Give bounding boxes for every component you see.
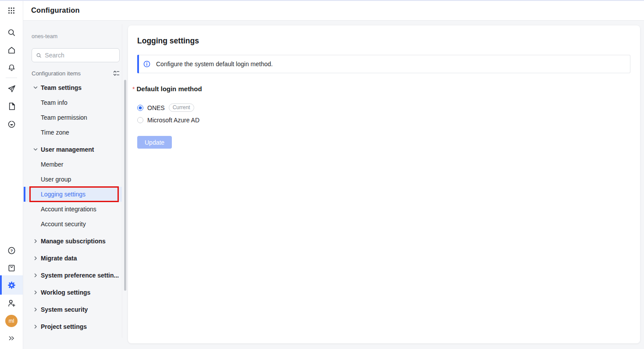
icon-rail: ? m (0, 0, 23, 349)
field-label-row: * Default login method (132, 85, 202, 93)
tree-group-user-management[interactable]: User management (24, 142, 122, 157)
required-marker: * (132, 85, 135, 93)
tree-label: Migrate data (41, 255, 77, 262)
window-top-accent (0, 0, 644, 1)
tree-item-logging-settings[interactable]: Logging settings (24, 187, 122, 202)
invite-member-icon[interactable] (0, 294, 23, 312)
chevron-down-icon (33, 85, 38, 90)
expand-rail-icon[interactable] (0, 329, 23, 347)
help-icon[interactable]: ? (0, 242, 23, 259)
sidebar-search[interactable] (32, 48, 120, 62)
chevron-right-icon (33, 256, 38, 261)
svg-text:?: ? (10, 248, 13, 253)
info-banner: Configure the system default login metho… (137, 55, 630, 73)
update-button[interactable]: Update (137, 136, 172, 149)
tree-group-worklog-settings[interactable]: Worklog settings (24, 285, 122, 300)
top-header: Configuration (23, 0, 644, 21)
tree-label: System security (41, 306, 88, 313)
tree-label: Team settings (41, 84, 82, 91)
tree-label: Manage subscriptions (41, 238, 106, 245)
tree-item-team-permission[interactable]: Team permission (24, 110, 122, 125)
option-label: Microsoft Azure AD (147, 117, 199, 124)
tree-item-account-integrations[interactable]: Account integrations (24, 202, 122, 217)
tree-group-migrate-data[interactable]: Migrate data (24, 251, 122, 266)
sidebar-divider (122, 24, 122, 338)
tree-label: Project settings (41, 323, 87, 330)
tree-group-system-security[interactable]: System security (24, 302, 122, 317)
tree-item-account-security[interactable]: Account security (24, 217, 122, 231)
radio-option-ones[interactable]: ONES Current (137, 103, 194, 112)
notifications-icon[interactable] (0, 59, 23, 76)
export-file-icon[interactable] (0, 97, 23, 115)
avatar[interactable]: ml (5, 315, 18, 327)
tree-item-team-info[interactable]: Team info (24, 95, 122, 110)
section-title: Configuration items (32, 70, 81, 77)
tree-label: Team permission (41, 114, 87, 121)
tree-item-user-group[interactable]: User group (24, 172, 122, 187)
tree-label: Logging settings (41, 191, 85, 198)
field-label: Default login method (136, 85, 202, 93)
tree-group-manage-subscriptions[interactable]: Manage subscriptions (24, 234, 122, 249)
tree-label: Account integrations (41, 206, 96, 213)
search-icon[interactable] (0, 24, 23, 41)
tree-label: User group (41, 176, 71, 183)
search-icon (36, 52, 42, 59)
team-name: ones-team (32, 33, 57, 39)
configuration-sidebar: ones-team Configuration items Team setti… (23, 21, 128, 349)
panel-title: Logging settings (137, 36, 199, 46)
option-label: ONES (147, 104, 165, 111)
chevron-right-icon (33, 307, 38, 312)
radio-selected-icon[interactable] (137, 105, 143, 111)
radio-option-azure-ad[interactable]: Microsoft Azure AD (137, 117, 199, 124)
releases-icon[interactable] (0, 259, 23, 277)
tree-label: Team info (41, 99, 68, 106)
tree-label: Member (41, 161, 63, 168)
home-icon[interactable] (0, 41, 23, 59)
chevron-right-icon (33, 290, 38, 295)
settings-icon[interactable] (0, 275, 23, 295)
search-input[interactable] (45, 52, 115, 59)
chevron-right-icon (33, 324, 38, 329)
tree-group-team-settings[interactable]: Team settings (24, 80, 122, 95)
tree-item-member[interactable]: Member (24, 157, 122, 172)
chevron-right-icon (33, 273, 38, 278)
tree-item-time-zone[interactable]: Time zone (24, 125, 122, 140)
sidebar-scrollbar[interactable] (124, 80, 126, 291)
tree-label: User management (41, 146, 94, 153)
current-badge: Current (169, 103, 194, 112)
radio-unselected-icon[interactable] (137, 117, 143, 123)
target-icon[interactable] (0, 115, 23, 133)
configuration-tree: Team settings Team info Team permission … (24, 80, 122, 334)
configuration-page: ? m (0, 0, 644, 349)
info-icon (143, 61, 150, 68)
tree-label: Time zone (41, 129, 69, 136)
logging-settings-panel: Logging settings Configure the system de… (128, 25, 640, 343)
tree-group-project-settings[interactable]: Project settings (24, 319, 122, 334)
chevron-right-icon (33, 239, 38, 244)
collapse-all-icon[interactable] (113, 70, 120, 77)
rail-divider (6, 78, 17, 78)
page-title: Configuration (31, 6, 80, 14)
tree-label: Account security (41, 221, 86, 228)
tree-label: Worklog settings (41, 289, 90, 296)
section-header: Configuration items (32, 70, 120, 77)
tree-group-system-preference-settings[interactable]: System preference settin... (24, 268, 122, 283)
chevron-down-icon (33, 147, 38, 152)
banner-text: Configure the system default login metho… (156, 61, 273, 68)
app-grid-icon[interactable] (0, 2, 23, 19)
send-icon[interactable] (0, 80, 23, 97)
tree-label: System preference settin... (41, 272, 119, 279)
